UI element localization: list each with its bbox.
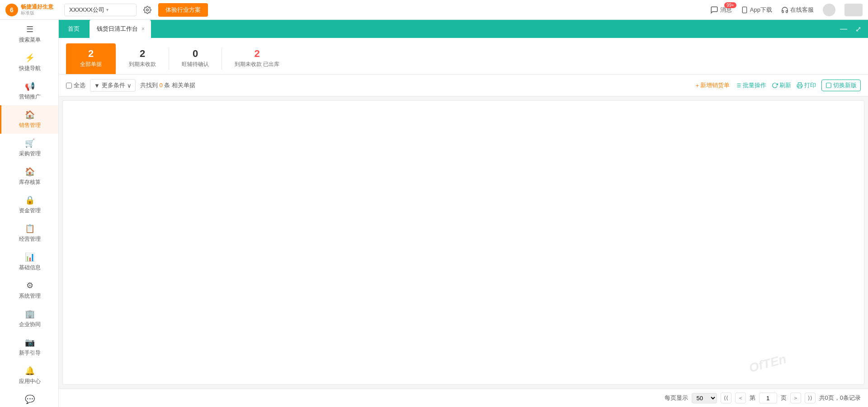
sidebar: ☰ 搜索菜单 ⚡ 快捷导航 📢 营销推广 🏠 销售管理 🛒 采购管理 🏠 库存核… [0, 20, 59, 407]
app-center-icon: 🔔 [25, 366, 35, 376]
sidebar-item-base-info[interactable]: 📊 基础信息 [0, 248, 58, 276]
page-label-end: 页 [781, 394, 787, 402]
sidebar-label-base-info: 基础信息 [19, 264, 41, 271]
card-num-all: 2 [88, 48, 94, 60]
settings-button[interactable] [140, 3, 155, 17]
sidebar-label-inventory: 库存核算 [19, 178, 41, 186]
company-name: XXXXXX公司 [69, 6, 104, 14]
sidebar-item-sys-mgmt[interactable]: ⚙ 系统管理 [0, 276, 58, 304]
filter-chevron-icon: ∨ [127, 82, 132, 89]
batch-icon [735, 82, 741, 89]
print-button[interactable]: 打印 [797, 81, 816, 89]
batch-operations-button[interactable]: 批量操作 [735, 81, 766, 89]
tab-close-icon[interactable]: × [142, 26, 145, 32]
card-label-unshipped: 到期未收款 已出库 [235, 61, 279, 68]
quick-nav-icon: ⚡ [25, 53, 35, 63]
refresh-button[interactable]: 刷新 [772, 81, 791, 89]
print-icon [797, 82, 803, 89]
status-card-wangpu[interactable]: 0 旺辅待确认 [169, 43, 222, 74]
per-page-select[interactable]: 50 20 100 [692, 393, 717, 403]
card-label-all: 全部单据 [80, 61, 102, 68]
messages-badge: 99+ [724, 2, 736, 8]
main-layout: ☰ 搜索菜单 ⚡ 快捷导航 📢 营销推广 🏠 销售管理 🛒 采购管理 🏠 库存核… [0, 20, 868, 407]
sidebar-item-corp-collab[interactable]: 🏢 企业协同 [0, 304, 58, 333]
next-page-button[interactable]: ＞ [790, 393, 801, 403]
online-service-button[interactable]: 在线客服 [781, 6, 814, 14]
messages-button[interactable]: 消息 99+ [710, 6, 732, 14]
select-all-area[interactable]: 全选 [66, 81, 85, 89]
sidebar-item-sales[interactable]: 🏠 销售管理 [0, 105, 58, 134]
card-num-overdue: 2 [140, 48, 145, 60]
chevron-down-icon: ▾ [106, 7, 108, 12]
purchase-icon: 🛒 [25, 138, 35, 148]
prev-page-button[interactable]: ＜ [735, 393, 746, 403]
per-page-label: 每页显示 [665, 394, 688, 402]
found-suffix: 条 相关单据 [164, 82, 195, 89]
table-area [62, 100, 864, 385]
sidebar-label-sales: 销售管理 [19, 122, 41, 129]
card-num-wangpu: 0 [193, 48, 198, 60]
toolbar-right: + 新增销货单 批量操作 刷新 [695, 80, 861, 91]
sidebar-item-guide[interactable]: 📷 新手引导 [0, 333, 58, 361]
refresh-label: 刷新 [779, 81, 791, 89]
refresh-icon [772, 82, 778, 89]
sidebar-label-capital: 资金管理 [19, 207, 41, 215]
last-page-button[interactable]: ⟩⟩ [805, 393, 816, 403]
select-all-checkbox[interactable] [66, 83, 72, 89]
batch-label: 批量操作 [743, 81, 766, 89]
online-service-label: 在线客服 [790, 6, 814, 14]
avatar[interactable] [823, 4, 835, 16]
app-download-button[interactable]: App下载 [741, 6, 772, 14]
status-card-unshipped[interactable]: 2 到期未收款 已出库 [222, 43, 292, 74]
guide-icon: 📷 [25, 337, 35, 347]
sidebar-item-marketing[interactable]: 📢 营销推广 [0, 77, 58, 105]
trial-button[interactable]: 体验行业方案 [158, 3, 208, 17]
card-num-unshipped: 2 [255, 48, 260, 60]
tab-maximize-button[interactable]: ⤢ [852, 23, 864, 35]
add-sales-button[interactable]: + 新增销货单 [695, 81, 730, 89]
svg-rect-9 [798, 86, 802, 88]
tab-active[interactable]: 钱货日清工作台 × [90, 20, 151, 38]
found-text: 共找到 0 条 相关单据 [140, 81, 195, 89]
sidebar-label-corp-collab: 企业协同 [19, 321, 41, 328]
filter-button[interactable]: ▼ 更多条件 ∨ [90, 79, 136, 92]
sidebar-item-search-menu[interactable]: ☰ 搜索菜单 [0, 20, 58, 48]
sales-icon: 🏠 [25, 110, 35, 120]
top-bar: 6 畅捷通好生意 标准版 XXXXXX公司 ▾ 体验行业方案 消息 99+ [0, 0, 868, 20]
sidebar-item-capital[interactable]: 🔒 资金管理 [0, 191, 58, 219]
app-download-label: App下载 [750, 6, 772, 14]
tab-actions: — ⤢ [837, 23, 868, 35]
base-info-icon: 📊 [25, 252, 35, 262]
status-card-all[interactable]: 2 全部单据 [66, 43, 116, 74]
filter-icon: ▼ [94, 82, 100, 89]
card-label-overdue: 到期未收款 [129, 61, 156, 68]
first-page-button[interactable]: ⟨⟨ [721, 393, 731, 403]
content-area: 首页 钱货日清工作台 × — ⤢ 2 全部单据 2 到期未收款 [59, 20, 868, 407]
tab-minimize-button[interactable]: — [837, 23, 850, 35]
status-card-overdue[interactable]: 2 到期未收款 [116, 43, 169, 74]
svg-rect-10 [826, 83, 831, 88]
tab-home[interactable]: 首页 [59, 20, 89, 38]
svg-rect-1 [742, 7, 746, 13]
sidebar-item-purchase[interactable]: 🛒 采购管理 [0, 134, 58, 162]
switch-version-button[interactable]: 切换新版 [821, 80, 861, 91]
app-title: 畅捷通好生意 [21, 4, 53, 10]
sidebar-item-app-center[interactable]: 🔔 应用中心 [0, 361, 58, 390]
app-subtitle: 标准版 [21, 10, 53, 16]
sys-mgmt-icon: ⚙ [26, 281, 33, 290]
switch-icon [826, 82, 832, 89]
capital-icon: 🔒 [25, 195, 35, 205]
status-cards: 2 全部单据 2 到期未收款 0 旺辅待确认 2 到期未收款 已出库 [59, 38, 868, 75]
sidebar-item-quick-nav[interactable]: ⚡ 快捷导航 [0, 48, 58, 77]
company-selector[interactable]: XXXXXX公司 ▾ [64, 4, 137, 16]
sidebar-item-operations[interactable]: 📋 经营管理 [0, 219, 58, 248]
sidebar-item-inventory[interactable]: 🏠 库存核算 [0, 162, 58, 191]
user-name-area[interactable] [844, 4, 863, 16]
sidebar-label-purchase: 采购管理 [19, 150, 41, 158]
sidebar-item-corp-wechat[interactable]: 💬 企业微信 [0, 390, 58, 407]
found-count: 0 [160, 82, 163, 89]
sidebar-label-app-center: 应用中心 [19, 378, 41, 385]
tab-active-label: 钱货日清工作台 [97, 25, 138, 33]
page-summary: 共0页，0条记录 [819, 394, 861, 402]
page-input[interactable] [759, 393, 777, 403]
